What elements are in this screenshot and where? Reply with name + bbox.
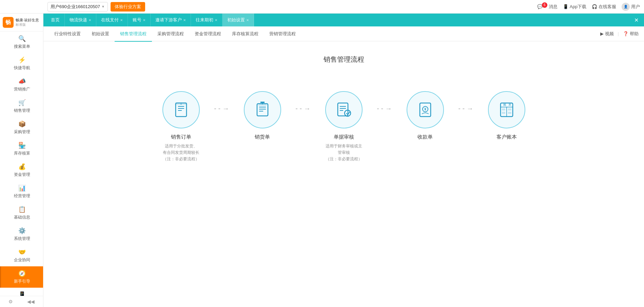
sub-tab-label-initial_setup: 初始设置 [92,31,109,37]
sub-tab-purchase_flow[interactable]: 采购管理流程 [152,27,189,42]
message-item[interactable]: 💬 6 消息 [537,4,558,10]
sub-tab-inventory_flow[interactable]: 库存核算流程 [227,27,264,42]
sidebar-item-operations[interactable]: 📊 经营管理 [0,181,43,202]
tab-nav: 首页物流快递✕在线支付✕账号✕邀请下游客户✕往来期初✕初始设置✕✕ [43,14,644,26]
video-link[interactable]: ▶ 视频 [600,31,614,37]
sub-tab-actions: ▶ 视频 | ❓ 帮助 [600,31,639,37]
divider: | [618,31,619,36]
sidebar-icon-guide: 🧭 [18,270,26,277]
sidebar-item-app_center[interactable]: 📱 应用中心 [0,288,43,296]
help-link[interactable]: ❓ 帮助 [623,31,639,37]
flow-arrow-1: - - → [293,91,313,112]
flow-step-receipt[interactable]: ¥ 收款单 [395,91,456,143]
sidebar-item-basic_info[interactable]: 📋 基础信息 [0,202,43,224]
sidebar-label-purchase_mgmt: 采购管理 [14,129,30,135]
flow-diagram: ≡ 销售订单适用于分批发货、 有合同发货周期较长 （注：非必要流程）- - → … [50,84,637,169]
flow-arrow-0: - - → [212,91,232,112]
sidebar-icon-system: ⚙️ [18,227,26,234]
sidebar-logo: 畅 畅康·诶好生意 标准版 [0,14,43,32]
settings-icon[interactable]: ⚙ [8,299,13,304]
tab-period_init[interactable]: 往来期初✕ [191,14,222,26]
tab-label-period_init: 往来期初 [196,17,213,23]
avatar: 👤 [622,3,630,11]
sidebar-item-guide[interactable]: 🧭 新手引导 [0,266,43,288]
sidebar-icon-basic_info: 📋 [18,206,26,213]
chevron-down-icon: ▼ [101,5,105,8]
svg-rect-26 [502,108,505,110]
sub-tab-label-purchase_flow: 采购管理流程 [157,31,184,37]
flow-circle-sales_invoice [244,91,281,128]
tab-home[interactable]: 首页 [46,14,65,26]
message-badge: 6 [542,2,547,8]
tab-label-invite_downstream: 邀请下游客户 [155,17,182,23]
sidebar-item-enterprise_coop[interactable]: 🤝 企业协同 [0,245,43,266]
flow-circle-customer_ledger: 账 本 [488,91,525,128]
online-service-item[interactable]: 🎧 在线客服 [592,4,616,10]
sidebar-item-system[interactable]: ⚙️ 系统管理 [0,224,43,245]
sidebar-label-marketing_promo: 营销推广 [14,86,30,92]
sub-tab-initial_setup[interactable]: 初始设置 [86,27,115,42]
sub-tab-marketing_flow[interactable]: 营销管理流程 [264,27,301,42]
sidebar-item-quick[interactable]: ⚡ 快捷导航 [0,53,43,74]
tab-close-invite_downstream[interactable]: ✕ [183,18,186,22]
sub-tab-label-industry_settings: 行业特性设置 [54,31,81,37]
svg-rect-29 [508,112,511,114]
arrow-icon: - - → [377,105,392,112]
experience-button[interactable]: 体验行业方案 [111,2,145,12]
flow-circle-receipt: ¥ [407,91,444,128]
svg-text:本: 本 [508,103,511,106]
arrow-icon: - - → [214,105,229,112]
arrow-icon: - - → [458,105,473,112]
sidebar-item-inventory[interactable]: 🏪 库存核算 [0,138,43,160]
sub-tab-bar: 行业特性设置初始设置销售管理流程采购管理流程资金管理流程库存核算流程营销管理流程… [43,26,644,41]
tab-account[interactable]: 账号✕ [128,14,151,26]
sidebar-item-marketing_promo[interactable]: 📣 营销推广 [0,74,43,96]
close-all-icon[interactable]: ✕ [631,17,641,23]
user-label: 用户 [631,4,640,10]
tab-label-account: 账号 [133,17,141,23]
header-right: 💬 6 消息 📱 App下载 🎧 在线客服 👤 用户 [537,3,640,11]
flow-step-customer_ledger[interactable]: 账 本 客户账本 [476,91,537,143]
sidebar-label-system: 系统管理 [14,236,30,242]
flow-step-desc-sales_order: 适用于分批发货、 有合同发货周期较长 （注：非必要流程） [163,143,199,163]
sidebar-bottom: ⚙ ◀◀ [0,296,43,307]
tab-close-initial_setup[interactable]: ✕ [246,18,249,22]
sidebar-label-search: 搜索菜单 [14,44,30,49]
tab-close-payment[interactable]: ✕ [120,18,123,22]
tab-initial_setup[interactable]: 初始设置✕ [222,14,254,26]
sidebar-item-finance[interactable]: 💰 资金管理 [0,160,43,181]
top-header: 用户690企业1660120507 ▼ 体验行业方案 💬 6 消息 📱 App下… [0,0,644,14]
logo-subtitle: 标准版 [16,22,39,27]
flow-step-sales_invoice[interactable]: 销货单 [232,91,293,143]
tab-logistics[interactable]: 物流快递✕ [65,14,96,26]
tab-payment[interactable]: 在线支付✕ [96,14,128,26]
sidebar-item-search[interactable]: 🔍 搜索菜单 [0,32,43,53]
sidebar-item-sales_mgmt[interactable]: 🛒 销售管理 [0,96,43,117]
sidebar-item-purchase_mgmt[interactable]: 📦 采购管理 [0,117,43,138]
user-selector-text: 用户690企业1660120507 [51,4,100,10]
sidebar-label-quick: 快捷导航 [14,65,30,71]
sidebar-icon-purchase_mgmt: 📦 [18,120,26,128]
sub-tab-sales_flow[interactable]: 销售管理流程 [115,27,152,42]
svg-rect-27 [508,108,511,110]
collapse-icon[interactable]: ◀◀ [27,299,35,304]
flow-step-sales_order[interactable]: ≡ 销售订单适用于分批发货、 有合同发货周期较长 （注：非必要流程） [151,91,212,163]
tab-invite_downstream[interactable]: 邀请下游客户✕ [151,14,191,26]
user-item[interactable]: 👤 用户 [622,3,640,11]
sub-tab-capital_flow[interactable]: 资金管理流程 [189,27,227,42]
sidebar-icon-search: 🔍 [18,35,26,42]
app-download-item[interactable]: 📱 App下载 [563,4,586,10]
sidebar-icon-sales_mgmt: 🛒 [18,99,26,106]
tab-close-period_init[interactable]: ✕ [215,18,217,22]
flow-arrow-2: - - → [374,91,395,112]
user-selector[interactable]: 用户690企业1660120507 ▼ [47,2,108,12]
sidebar-label-inventory: 库存核算 [14,150,30,156]
sidebar-icon-quick: ⚡ [18,56,26,64]
tab-close-account[interactable]: ✕ [143,18,145,22]
flow-step-doc_review[interactable]: 单据审核适用于财务审核或主 管审核 （注：非必要流程） [313,91,374,163]
flow-step-title-doc_review: 单据审核 [334,134,354,140]
sidebar-icon-finance: 💰 [18,163,26,170]
sub-tab-industry_settings[interactable]: 行业特性设置 [49,27,86,42]
sidebar-icon-app_center: 📱 [18,291,26,296]
tab-close-logistics[interactable]: ✕ [89,18,91,22]
